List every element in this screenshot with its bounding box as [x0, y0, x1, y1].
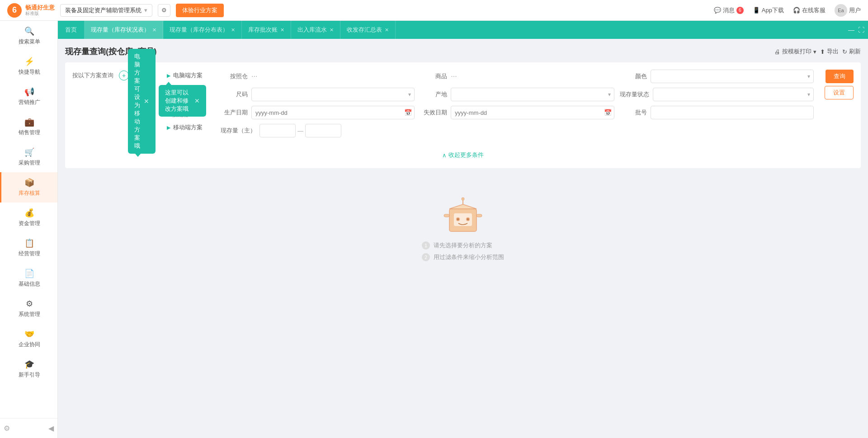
origin-select[interactable] — [451, 88, 614, 101]
template-print-button[interactable]: 🖨 按模板打印 ▾ — [774, 47, 816, 56]
tab-expand-icon[interactable]: ⛶ — [858, 26, 864, 33]
warehouse-dots[interactable]: ··· — [251, 72, 257, 80]
sidebar-label-operations: 经营管理 — [19, 250, 40, 258]
sidebar-item-enterprise[interactable]: 🤝企业协同 — [0, 324, 57, 354]
scheme-computer-item[interactable]: ▶ 电脑端方案 — [163, 70, 206, 81]
tooltip1-close[interactable]: ✕ — [144, 98, 149, 105]
production-date-input[interactable] — [251, 106, 415, 119]
filter-add-button[interactable]: + — [119, 71, 129, 80]
message-button[interactable]: 💬 消息 6 — [714, 6, 744, 14]
refresh-button[interactable]: ↻ 刷新 — [842, 47, 861, 56]
phone-icon: 📱 — [753, 7, 760, 14]
user-label: 用户 — [849, 6, 861, 14]
color-select[interactable] — [651, 70, 814, 83]
svg-rect-9 — [444, 214, 449, 217]
tab-close-inout-flow[interactable]: ✕ — [330, 27, 334, 33]
sidebar-settings-btn[interactable]: ⚙ — [4, 424, 10, 433]
sidebar-label-marketing: 营销推广 — [19, 99, 40, 106]
trial-button[interactable]: 体验行业方案 — [176, 4, 224, 17]
filter-label: 按以下方案查询 — [72, 71, 113, 80]
sidebar-icon-finance: 💰 — [24, 208, 34, 218]
svg-point-5 — [457, 218, 459, 220]
sidebar-icon-inventory: 📦 — [24, 178, 34, 188]
batch-no-input[interactable] — [651, 106, 814, 119]
scheme-mobile-item[interactable]: ▶ 移动端方案 — [163, 122, 206, 133]
tab-minimize-icon[interactable]: — — [848, 26, 854, 33]
production-date-label: 生产日期 — [221, 108, 248, 117]
avatar: Ea — [835, 4, 847, 17]
sidebar-item-finance[interactable]: 💰资金管理 — [0, 203, 57, 233]
tab-home[interactable]: 首页 — [58, 21, 85, 39]
svg-rect-10 — [476, 214, 482, 217]
filter-circle-button[interactable]: ↺ 电脑方案可设为移动方案哦 ✕ — [132, 71, 142, 80]
inventory-main-to[interactable] — [305, 124, 341, 137]
tab-close-inventory-status[interactable]: ✕ — [152, 27, 156, 33]
empty-hints: 1 请先选择要分析的方案 2 用过滤条件来缩小分析范围 — [422, 241, 504, 261]
sidebar-icon-sales: 💼 — [24, 117, 34, 127]
print-icon: 🖨 — [774, 48, 780, 55]
inventory-main-label: 现存量（主） — [221, 127, 256, 135]
tab-close-inventory-dist[interactable]: ✕ — [231, 27, 235, 33]
search-button[interactable]: 查询 — [826, 70, 854, 83]
app-download-button[interactable]: 📱 App下载 — [753, 6, 784, 14]
tab-close-receive-summary[interactable]: ✕ — [385, 27, 389, 33]
online-support-button[interactable]: 🎧 在线客服 — [793, 6, 826, 14]
hint-num-1: 1 — [422, 241, 430, 250]
sidebar-label-system: 系统管理 — [19, 311, 40, 318]
sidebar-item-marketing[interactable]: 📢营销推广 — [0, 81, 57, 112]
collapse-button[interactable]: ∧ 收起更多条件 — [442, 151, 484, 159]
sidebar-label-guide: 新手引导 — [19, 371, 40, 379]
product-label: 商品 — [420, 72, 447, 80]
empty-state: 1 请先选择要分析的方案 2 用过滤条件来缩小分析范围 — [65, 168, 861, 288]
sidebar-label-quick-nav: 快捷导航 — [19, 68, 40, 76]
sidebar-label-purchase: 采购管理 — [19, 159, 40, 167]
app-logo-text: 畅通好生意 标准版 — [25, 4, 55, 17]
batch-no-label: 批号 — [620, 108, 647, 117]
sidebar-item-operations[interactable]: 📋经营管理 — [0, 233, 57, 263]
size-select[interactable] — [251, 88, 415, 101]
sidebar-item-quick-nav[interactable]: ⚡快捷导航 — [0, 51, 57, 81]
sidebar-item-search-menu[interactable]: 🔍搜索菜单 — [0, 21, 57, 51]
sidebar-collapse-btn[interactable]: ◀ — [48, 424, 54, 433]
inventory-status-select[interactable] — [653, 88, 814, 101]
tab-inventory-status[interactable]: 现存量（库存状况表） ✕ — [85, 21, 163, 39]
sidebar-label-finance: 资金管理 — [19, 220, 40, 227]
tab-receive-summary[interactable]: 收发存汇总表 ✕ — [340, 21, 396, 39]
refresh-icon: ↻ — [842, 48, 847, 55]
reset-button[interactable]: 设置 — [825, 86, 854, 99]
sidebar-item-inventory[interactable]: 📦库存核算 — [0, 172, 57, 203]
tab-close-batch-ledger[interactable]: ✕ — [280, 27, 284, 33]
tooltip2-close[interactable]: ✕ — [194, 97, 200, 104]
export-button[interactable]: ⬆ 导出 — [820, 47, 839, 56]
collapse-up-icon: ∧ — [442, 152, 447, 159]
tab-batch-ledger[interactable]: 库存批次账 ✕ — [242, 21, 291, 39]
system-name: 装备及固定资产辅助管理系统 ▾ — [60, 4, 152, 17]
expand-icon: ▶ — [167, 73, 170, 79]
app-logo-icon: 6 — [7, 3, 22, 18]
expiry-date-input[interactable] — [451, 106, 614, 119]
sidebar-icon-purchase: 🛒 — [24, 147, 34, 157]
user-menu[interactable]: Ea 用户 — [835, 4, 861, 17]
tab-inventory-dist[interactable]: 现存量（库存分布表） ✕ — [163, 21, 242, 39]
chevron-down-icon2: ▾ — [813, 48, 816, 55]
expiry-date-label: 失效日期 — [420, 108, 447, 117]
product-dots[interactable]: ··· — [451, 72, 457, 80]
settings-button[interactable]: ⚙ — [158, 4, 170, 17]
inventory-main-from[interactable] — [259, 124, 296, 137]
hint-num-2: 2 — [422, 253, 430, 261]
sidebar-icon-operations: 📋 — [24, 238, 34, 248]
sidebar-icon-basic-info: 📄 — [24, 268, 34, 278]
sidebar-item-basic-info[interactable]: 📄基础信息 — [0, 263, 57, 293]
empty-illustration — [440, 195, 486, 236]
sidebar-label-inventory: 库存核算 — [19, 189, 40, 197]
svg-marker-1 — [449, 204, 476, 209]
color-label: 颜色 — [620, 72, 647, 80]
tab-inout-flow[interactable]: 出入库流水 ✕ — [291, 21, 340, 39]
message-badge: 6 — [736, 7, 744, 14]
sidebar-icon-system: ⚙ — [26, 299, 33, 309]
sidebar-label-sales: 销售管理 — [19, 129, 40, 137]
sidebar-item-guide[interactable]: 🎓新手引导 — [0, 354, 57, 384]
sidebar-item-sales[interactable]: 💼销售管理 — [0, 112, 57, 142]
sidebar-item-purchase[interactable]: 🛒采购管理 — [0, 142, 57, 172]
sidebar-item-system[interactable]: ⚙系统管理 — [0, 293, 57, 324]
